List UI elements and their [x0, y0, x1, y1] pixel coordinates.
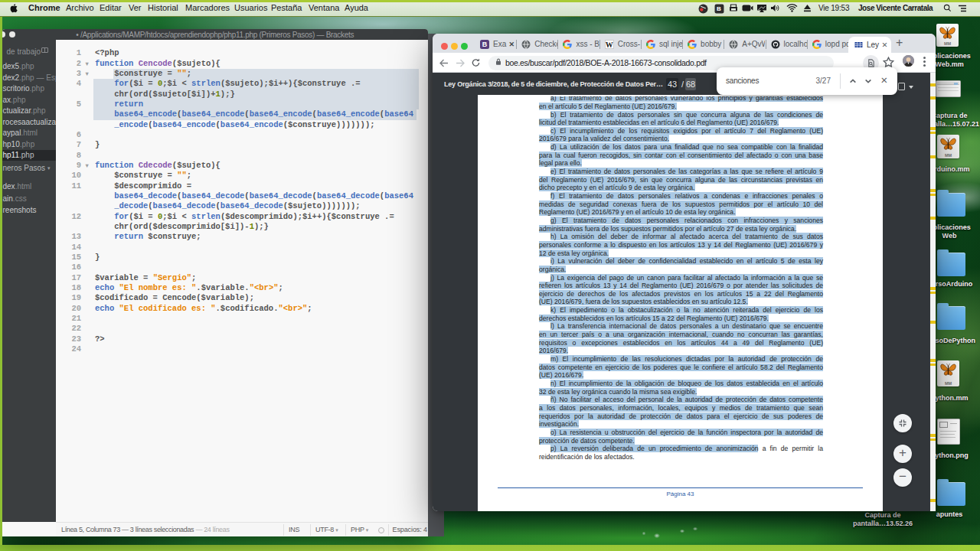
svg-text:B: B	[717, 5, 721, 12]
